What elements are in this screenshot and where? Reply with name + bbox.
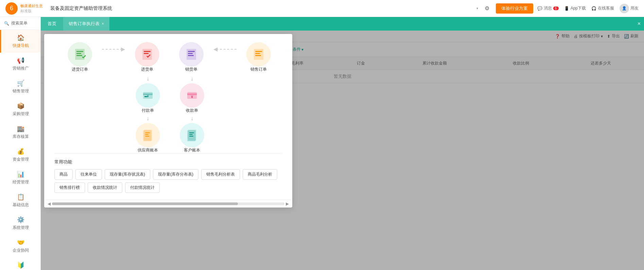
message-badge: 6 bbox=[553, 6, 559, 10]
flow-cell-purchase-bill: 进货单 bbox=[125, 42, 169, 72]
receipt-label: 收款单 bbox=[186, 108, 198, 113]
tab-sales-order[interactable]: 销售订单执行表 × bbox=[63, 17, 109, 31]
sidebar-item-finance[interactable]: 💰 资金管理 bbox=[0, 144, 40, 166]
enterprise-icon: 🤝 bbox=[17, 239, 24, 246]
sidebar-item-enterprise[interactable]: 🤝 企业协同 bbox=[0, 235, 40, 257]
arrow-down-payment: ↓ bbox=[146, 76, 149, 82]
svg-rect-14 bbox=[255, 55, 261, 56]
app-download-btn[interactable]: 📱 App下载 bbox=[564, 5, 586, 11]
phone-icon: 📱 bbox=[564, 6, 569, 11]
sidebar-item-sales[interactable]: 🛒 销售管理 bbox=[0, 75, 40, 98]
sidebar-item-quick-nav[interactable]: 🏠 快捷导航 bbox=[0, 30, 40, 53]
sidebar-item-operations[interactable]: 📊 经营管理 bbox=[0, 166, 40, 189]
home-icon: 🏠 bbox=[17, 34, 24, 41]
svg-rect-4 bbox=[142, 49, 152, 60]
search-menu-btn[interactable]: 🔍 搜索菜单 bbox=[0, 17, 40, 30]
avatar: 👤 bbox=[620, 4, 629, 13]
func-btn-goods-profit[interactable]: 商品毛利分析 bbox=[243, 169, 277, 180]
payment-circle[interactable]: ¥ bbox=[136, 83, 160, 108]
sidebar-item-purchase[interactable]: 📦 采购管理 bbox=[0, 98, 40, 121]
sales-bill-icon bbox=[185, 48, 198, 61]
connector-1: ▶ bbox=[102, 46, 125, 69]
purchase-order-icon bbox=[73, 48, 87, 61]
sales-order-label: 销售订单 bbox=[250, 67, 267, 72]
tab-bar: 首页 销售订单执行表 × × bbox=[41, 17, 644, 31]
sidebar-item-label: 经营管理 bbox=[13, 179, 29, 185]
flow-row-3: ↓ 供应商账本 bbox=[58, 115, 279, 153]
flow-cell-sales-bill: 销货单 bbox=[169, 42, 213, 72]
scroll-right-arrow[interactable]: ▶ bbox=[286, 201, 289, 206]
flow-cell-payment: ↓ ¥ 付款单 bbox=[126, 76, 170, 113]
sidebar-item-label: 企业协同 bbox=[13, 248, 29, 253]
sidebar-item-basic-info[interactable]: 📋 基础信息 bbox=[0, 189, 40, 212]
func-buttons: 商品 往来单位 现存量(库存状况表) 现存量(库存分布表) 销售毛利分析表 商品… bbox=[54, 169, 282, 180]
svg-rect-11 bbox=[254, 49, 263, 60]
purchase-bill-icon bbox=[140, 48, 154, 61]
system-icon: ⚙️ bbox=[17, 216, 24, 223]
tab-bar-close-btn[interactable]: × bbox=[638, 21, 641, 27]
sidebar-item-label: 采购管理 bbox=[13, 111, 29, 117]
headset-icon: 🎧 bbox=[591, 6, 596, 11]
sidebar-item-label: 资金管理 bbox=[13, 157, 29, 162]
flow-row-1: 进货订单 ▶ bbox=[58, 42, 279, 72]
user-menu[interactable]: 👤 用友 bbox=[620, 4, 639, 13]
svg-rect-2 bbox=[76, 53, 81, 54]
common-funcs: 常用功能 商品 往来单位 现存量(库存状况表) 现存量(库存分布表) 销售毛利分… bbox=[54, 153, 282, 193]
tab-home[interactable]: 首页 bbox=[41, 17, 63, 31]
func-btn-payment-stats[interactable]: 付款情况统计 bbox=[125, 182, 160, 193]
svg-rect-29 bbox=[189, 132, 194, 133]
sidebar-item-label: 基础信息 bbox=[13, 202, 29, 208]
arrow-down-supplier: ↓ bbox=[146, 115, 149, 122]
arrow-down-customer: ↓ bbox=[191, 115, 193, 122]
logo-icon: 6 bbox=[5, 2, 18, 15]
sales-order-circle[interactable] bbox=[246, 42, 271, 67]
online-service-btn[interactable]: 🎧 在线客服 bbox=[591, 5, 614, 11]
svg-text:¥: ¥ bbox=[191, 95, 193, 99]
sidebar-item-label: 营销推广 bbox=[13, 66, 29, 71]
finance-icon: 💰 bbox=[17, 148, 24, 155]
marketing-icon: 📢 bbox=[17, 57, 24, 64]
customer-ledger-circle[interactable] bbox=[180, 123, 204, 147]
sidebar-item-inventory[interactable]: 🏬 库存核算 bbox=[0, 121, 40, 144]
overlay: 进货订单 ▶ bbox=[41, 31, 644, 270]
experience-button[interactable]: 体验行业方案 bbox=[496, 3, 533, 14]
func-buttons-row2: 销售排行榜 收款情况统计 付款情况统计 bbox=[54, 182, 282, 193]
purchase-bill-label: 进货单 bbox=[141, 67, 153, 72]
tab-close-icon[interactable]: × bbox=[102, 21, 104, 26]
sidebar-item-label: 系统管理 bbox=[13, 225, 29, 231]
quick-nav-modal: 进货订单 ▶ bbox=[44, 34, 292, 208]
sidebar-item-guide[interactable]: 🔰 新手引导 bbox=[0, 257, 40, 270]
purchase-order-circle[interactable] bbox=[68, 42, 92, 67]
svg-rect-25 bbox=[145, 134, 149, 135]
func-btn-sales-rank[interactable]: 销售排行榜 bbox=[54, 182, 85, 193]
func-btn-stock-dist[interactable]: 现存量(库存分布表) bbox=[153, 169, 198, 180]
settings-icon[interactable]: ⚙ bbox=[482, 4, 492, 13]
scroll-left-arrow[interactable]: ◀ bbox=[48, 201, 51, 206]
func-btn-stock-status[interactable]: 现存量(库存状况表) bbox=[105, 169, 150, 180]
customer-ledger-label: 客户账本 bbox=[184, 147, 200, 153]
svg-rect-1 bbox=[76, 51, 83, 52]
func-btn-sales-profit[interactable]: 销售毛利分析表 bbox=[201, 169, 240, 180]
message-btn[interactable]: 💬 消息 6 bbox=[537, 5, 559, 11]
func-btn-partners[interactable]: 往来单位 bbox=[75, 169, 102, 180]
sales-bill-circle[interactable] bbox=[179, 42, 204, 67]
svg-rect-10 bbox=[188, 55, 194, 56]
search-icon: 🔍 bbox=[4, 21, 9, 26]
system-dropdown-icon[interactable]: ▾ bbox=[476, 6, 478, 10]
scroll-track[interactable] bbox=[52, 202, 284, 205]
purchase-bill-circle[interactable] bbox=[135, 42, 159, 67]
logo-text: 畅康通好生意 标准版 bbox=[20, 3, 43, 13]
flow-diagram: 进货订单 ▶ bbox=[54, 42, 282, 153]
func-btn-receipt-stats[interactable]: 收款情况统计 bbox=[88, 182, 122, 193]
arrow-down-receipt: ↓ bbox=[191, 76, 193, 82]
supplier-ledger-circle[interactable] bbox=[136, 123, 160, 147]
customer-ledger-icon bbox=[185, 128, 199, 142]
payment-label: 付款单 bbox=[142, 108, 154, 113]
svg-rect-13 bbox=[255, 53, 260, 54]
flow-cell-customer-ledger: ↓ 客户账本 bbox=[170, 115, 214, 153]
inventory-icon: 🏬 bbox=[17, 125, 24, 132]
sidebar-item-system[interactable]: ⚙️ 系统管理 bbox=[0, 212, 40, 235]
receipt-circle[interactable]: ¥ bbox=[180, 83, 204, 108]
sidebar-item-marketing[interactable]: 📢 营销推广 bbox=[0, 53, 40, 75]
func-btn-goods[interactable]: 商品 bbox=[54, 169, 73, 180]
